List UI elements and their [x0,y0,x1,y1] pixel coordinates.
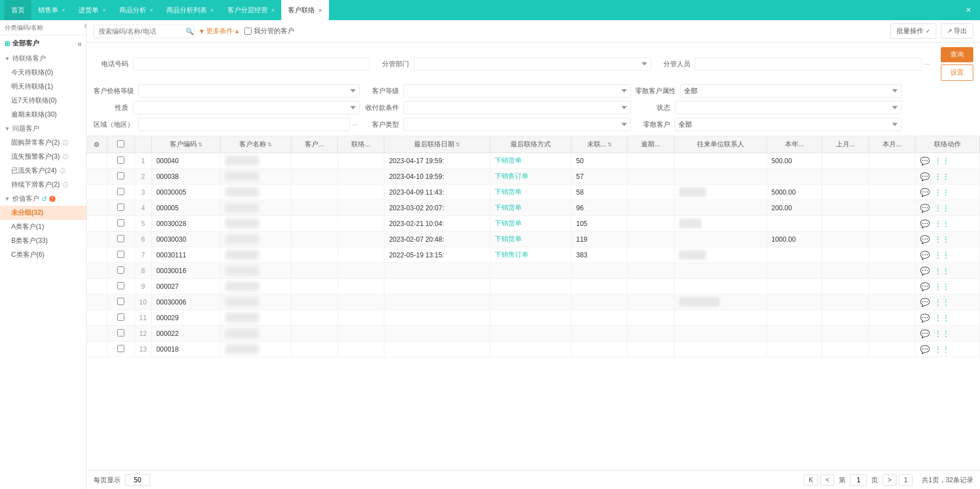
action-chat-icon[interactable]: 💬 [920,313,930,322]
row-last-contact-method[interactable] [490,263,572,279]
pending-group-header[interactable]: ▼ 待联络客户 [0,52,86,66]
filter-search-button[interactable]: 🔍 [185,27,194,35]
sidebar-search-input[interactable] [4,24,82,31]
row-last-contact-method[interactable] [490,310,572,326]
status-select[interactable] [675,101,902,114]
reset-button[interactable]: 设置 [941,64,973,81]
tab-customer-segment-close[interactable]: × [271,7,275,13]
sidebar-item-dropping[interactable]: 持续下滑客户(2) ⓘ [0,178,86,192]
row-last-contact-method[interactable]: 下销货单 [490,216,572,232]
row-last-contact-method[interactable]: 下销售订单 [490,169,572,184]
no-contact-column-header[interactable]: 未联...⇅ [572,136,628,153]
row-checkbox[interactable] [107,153,134,169]
tab-purchase[interactable]: 进货单 × [72,0,112,20]
sidebar-item-7days[interactable]: 近7天待联络(0) [0,94,86,108]
page-num-input[interactable] [850,474,867,486]
row-checkbox[interactable] [107,247,134,263]
row-checkbox[interactable] [107,263,134,279]
action-more-icon[interactable]: ⋮⋮ [934,251,950,260]
action-more-icon[interactable]: ⋮⋮ [934,313,950,322]
action-more-icon[interactable]: ⋮⋮ [934,345,950,354]
row-last-contact-method[interactable]: 下销货单 [490,232,572,247]
region-more-button[interactable]: ··· [350,121,360,128]
row-checkbox[interactable] [107,232,134,247]
tab-customer-contact-close[interactable]: × [318,7,322,13]
row-checkbox[interactable] [107,326,134,342]
sidebar-item-group-c[interactable]: C类客户(6) [0,248,86,262]
action-chat-icon[interactable]: 💬 [920,298,930,307]
row-checkbox[interactable] [107,294,134,310]
my-customers-checkbox-label[interactable]: 我分管的客户 [244,26,294,36]
filter-search-input[interactable] [94,25,194,38]
tab-purchase-close[interactable]: × [102,7,105,13]
row-last-contact-method[interactable]: 下销货单 [490,153,572,169]
row-last-contact-method[interactable] [490,294,572,310]
region-input[interactable] [138,118,350,131]
tab-home[interactable]: 首页 [4,0,31,20]
row-last-contact-method[interactable] [490,326,572,342]
action-more-icon[interactable]: ⋮⋮ [934,282,950,291]
action-chat-icon[interactable]: 💬 [920,172,930,181]
action-chat-icon[interactable]: 💬 [920,329,930,338]
close-all-button[interactable]: × [962,5,976,15]
tab-product-list-close[interactable]: × [210,7,213,13]
action-more-icon[interactable]: ⋮⋮ [934,156,950,165]
row-last-contact-method[interactable]: 下销货单 [490,200,572,216]
collapse-icon[interactable]: « [77,39,82,48]
sidebar-item-abnormal-purchase[interactable]: 固购异常客户(2) ⓘ [0,136,86,150]
settings-column-header[interactable]: ⚙ [87,136,107,153]
phone-input[interactable] [133,57,370,71]
my-customers-checkbox[interactable] [244,27,252,35]
row-checkbox[interactable] [107,279,134,294]
prev-page-button[interactable]: < [820,474,834,486]
row-checkbox[interactable] [107,184,134,200]
tab-customer-segment[interactable]: 客户分层经营 × [221,0,281,20]
action-more-icon[interactable]: ⋮⋮ [934,204,950,213]
customer-grade-select[interactable] [403,84,630,98]
row-last-contact-method[interactable] [490,342,572,357]
select-all-checkbox[interactable] [117,140,124,147]
more-conditions-button[interactable]: ▼ 更多条件 ▲ [198,26,240,36]
tab-sales[interactable]: 销售单 × [31,0,72,20]
next-page-button[interactable]: > [883,474,897,486]
nature-select[interactable] [133,101,360,114]
sidebar-item-today[interactable]: 今天待联络(0) [0,66,86,80]
sidebar-item-group-a[interactable]: A类客户(1) [0,220,86,234]
action-more-icon[interactable]: ⋮⋮ [934,219,950,228]
action-chat-icon[interactable]: 💬 [920,266,930,275]
action-chat-icon[interactable]: 💬 [920,251,930,260]
customer-type-select[interactable] [403,118,630,131]
row-checkbox[interactable] [107,200,134,216]
first-page-button[interactable]: K [803,474,818,486]
row-checkbox[interactable] [107,169,134,184]
name-column-header[interactable]: 客户名称⇅ [220,136,291,153]
action-chat-icon[interactable]: 💬 [920,188,930,197]
all-customers-header[interactable]: ⊞ 全部客户 « [0,35,86,52]
batch-op-button[interactable]: 批量操作 ✓ [890,24,936,39]
tab-product-analysis[interactable]: 商品分析 × [113,0,160,20]
tab-customer-contact[interactable]: 客户联络 × [281,0,328,20]
action-chat-icon[interactable]: 💬 [920,156,930,165]
action-chat-icon[interactable]: 💬 [920,282,930,291]
price-grade-select[interactable] [138,84,360,98]
retail-customer-select[interactable]: 全部 [675,118,902,131]
tab-product-analysis-close[interactable]: × [150,7,153,13]
dept-select[interactable] [414,57,651,71]
code-column-header[interactable]: 客户编码⇅ [151,136,220,153]
action-more-icon[interactable]: ⋮⋮ [934,172,950,181]
action-more-icon[interactable]: ⋮⋮ [934,235,950,244]
row-checkbox[interactable] [107,310,134,326]
action-more-icon[interactable]: ⋮⋮ [934,298,950,307]
export-button[interactable]: ↗ 导出 [941,24,973,39]
value-customer-group-header[interactable]: ▼ 价值客户 ↺ ! [0,192,86,206]
row-last-contact-method[interactable]: 下销货单 [490,184,572,200]
action-more-icon[interactable]: ⋮⋮ [934,266,950,275]
person-input[interactable] [695,57,922,71]
page-size-input[interactable]: 50 [125,474,150,486]
last-contact-date-column-header[interactable]: 最后联络日期⇅ [384,136,490,153]
action-chat-icon[interactable]: 💬 [920,219,930,228]
tab-product-list[interactable]: 商品分析列表 × [160,0,220,20]
query-button[interactable]: 查询 [941,47,973,62]
action-more-icon[interactable]: ⋮⋮ [934,329,950,338]
refresh-icon[interactable]: ↺ [41,195,47,203]
